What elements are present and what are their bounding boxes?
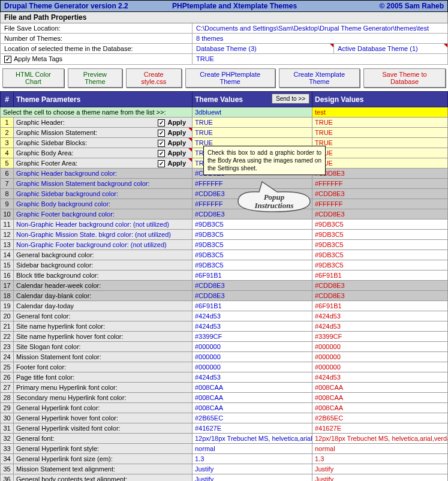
theme-value-cell[interactable]: Justify [193, 464, 312, 474]
theme-value-cell[interactable]: #3399CF [193, 332, 312, 342]
theme-value-cell[interactable]: #000000 [193, 362, 312, 372]
theme-value-cell[interactable]: #424d53 [193, 311, 312, 321]
apply-checkbox[interactable]: ✓Apply [158, 160, 186, 167]
theme-value-cell[interactable]: #9DB3C5 [193, 260, 312, 270]
design-value-cell[interactable]: TRUE [312, 148, 448, 158]
info-value[interactable]: TRUE [193, 54, 447, 64]
create-xtemplate-theme-button[interactable]: Create Xtemplate Theme [279, 68, 360, 88]
checkbox-icon[interactable]: ✓ [4, 56, 11, 63]
design-value-cell[interactable]: Justify [312, 464, 448, 474]
design-value-cell[interactable]: #9DB3C5 [312, 240, 448, 250]
param-label: Primary menu Hyperlink font color: [14, 383, 193, 393]
design-value-cell[interactable]: #FFFFFF [312, 179, 448, 189]
design-value-cell[interactable]: #6F91B1 [312, 301, 448, 311]
checkbox-icon[interactable]: ✓ [158, 150, 165, 157]
design-value-cell[interactable]: #424d53 [312, 372, 448, 383]
design-value-cell[interactable]: 1.3 [312, 454, 448, 464]
info-value[interactable]: 8 themes [193, 34, 447, 43]
save-theme-to-database-button[interactable]: Save Theme to Database [363, 68, 446, 88]
design-value-cell[interactable]: #9DB3C5 [312, 220, 448, 230]
design-value-cell[interactable]: #CDD8E3 [312, 291, 448, 301]
theme-value-cell[interactable]: #9DB3C5 [193, 240, 312, 250]
design-value-cell[interactable]: #3399CF [312, 332, 448, 342]
design-value-cell[interactable]: #FFFFFF [312, 199, 448, 209]
theme-value-cell[interactable]: #008CAA [193, 393, 312, 403]
checkbox-icon[interactable]: ✓ [158, 160, 165, 167]
theme-value-cell[interactable]: #2B65EC [193, 413, 312, 423]
design-value-cell[interactable]: #9DB3C5 [312, 230, 448, 240]
design-value-cell[interactable]: normal [312, 444, 448, 454]
theme-value-cell[interactable]: #008CAA [193, 383, 312, 393]
info-value-2[interactable]: Active Database Theme (1) [333, 44, 447, 53]
design-value-cell[interactable]: #008CAA [312, 383, 448, 393]
preview-theme-button[interactable]: Preview Theme [68, 68, 122, 88]
theme-value-cell[interactable]: #424d53 [193, 321, 312, 332]
theme-select-value[interactable]: 3dbluewt [193, 107, 312, 118]
theme-value-cell[interactable]: #008CAA [193, 403, 312, 413]
create-phptemplate-theme-button[interactable]: Create PHPtemplate Theme [185, 68, 275, 88]
design-value-cell[interactable]: TRUE [312, 158, 448, 169]
info-value[interactable]: C:\Documents and Settings\Sam\Desktop\Dr… [193, 23, 447, 33]
theme-value-cell[interactable]: 1.3 [193, 454, 312, 464]
design-value-cell[interactable]: #000000 [312, 352, 448, 362]
theme-value-cell[interactable]: TRUE [193, 128, 312, 138]
info-value[interactable]: Database Theme (3) [193, 44, 333, 53]
create-style-css-button[interactable]: Create style.css [126, 68, 182, 88]
row-number: 24 [1, 352, 14, 362]
design-value-cell[interactable]: TRUE [312, 128, 448, 138]
design-value-cell[interactable]: #CDD8E3 [312, 209, 448, 220]
design-value-cell[interactable]: #2B65EC [312, 413, 448, 423]
row-number: 20 [1, 311, 14, 321]
design-value-cell[interactable]: TRUE [312, 118, 448, 128]
apply-checkbox[interactable]: ✓Apply [158, 119, 186, 127]
row-number: 35 [1, 464, 14, 474]
theme-value-cell[interactable]: #6F91B1 [193, 301, 312, 311]
design-value-cell[interactable]: #000000 [312, 362, 448, 372]
theme-value-cell[interactable]: #424d53 [193, 372, 312, 383]
theme-value-cell[interactable]: 12px/18px Trebuchet MS, helvetica,arial,… [193, 434, 312, 444]
checkbox-icon[interactable]: ✓ [158, 140, 165, 147]
design-value-cell[interactable]: #000000 [312, 342, 448, 352]
checkbox-icon[interactable]: ✓ [158, 119, 165, 127]
theme-value-cell[interactable]: #9DB3C5 [193, 220, 312, 230]
row-number: 6 [1, 169, 14, 179]
design-value-cell[interactable]: #424d53 [312, 321, 448, 332]
design-value-cell[interactable]: #008CAA [312, 403, 448, 413]
theme-value-cell[interactable]: #9DB3C5 [193, 230, 312, 240]
theme-value-cell[interactable]: #41627E [193, 423, 312, 434]
theme-value-cell[interactable]: #000000 [193, 342, 312, 352]
row-number: 2 [1, 128, 14, 138]
design-value-cell[interactable]: #CDD8E3 [312, 189, 448, 199]
theme-select-design[interactable]: test [312, 107, 448, 118]
design-value-cell[interactable]: #CDD8E3 [312, 169, 448, 179]
design-value-cell[interactable]: #41627E [312, 423, 448, 434]
apply-checkbox[interactable]: ✓Apply [158, 139, 186, 147]
comment-indicator-icon [188, 158, 192, 162]
theme-value-cell[interactable]: #000000 [193, 352, 312, 362]
html-color-chart-button[interactable]: HTML Color Chart [2, 68, 64, 88]
theme-value-cell[interactable]: #CDD8E3 [193, 281, 312, 291]
design-value-cell[interactable]: #9DB3C5 [312, 250, 448, 260]
theme-value-cell[interactable]: Justify [193, 474, 312, 481]
design-value-cell[interactable]: #6F91B1 [312, 270, 448, 281]
theme-value-cell[interactable]: TRUE [193, 118, 312, 128]
design-value-cell[interactable]: #9DB3C5 [312, 260, 448, 270]
table-row: 12Non-Graphic Mission State. bkgrd color… [1, 230, 448, 240]
design-value-cell[interactable]: #008CAA [312, 393, 448, 403]
theme-value-cell[interactable]: #6F91B1 [193, 270, 312, 281]
param-label: Block title background color: [14, 270, 193, 281]
design-value-cell[interactable]: Justify [312, 474, 448, 481]
design-value-cell[interactable]: TRUE [312, 138, 448, 148]
design-value-cell[interactable]: 12px/18px Trebuchet MS, helvetica,arial,… [312, 434, 448, 444]
design-value-cell[interactable]: #CDD8E3 [312, 281, 448, 291]
apply-checkbox[interactable]: ✓Apply [158, 129, 186, 137]
send-to-button[interactable]: Send to >> [272, 94, 309, 104]
apply-checkbox[interactable]: ✓Apply [158, 149, 186, 157]
theme-value-cell[interactable]: #CDD8E3 [193, 291, 312, 301]
checkbox-icon[interactable]: ✓ [158, 130, 165, 137]
design-value-cell[interactable]: #424d53 [312, 311, 448, 321]
param-label: Mission Statement text alignment: [14, 464, 193, 474]
theme-value-cell[interactable]: normal [193, 444, 312, 454]
param-label: Site Slogan font color: [14, 342, 193, 352]
theme-value-cell[interactable]: #9DB3C5 [193, 250, 312, 260]
